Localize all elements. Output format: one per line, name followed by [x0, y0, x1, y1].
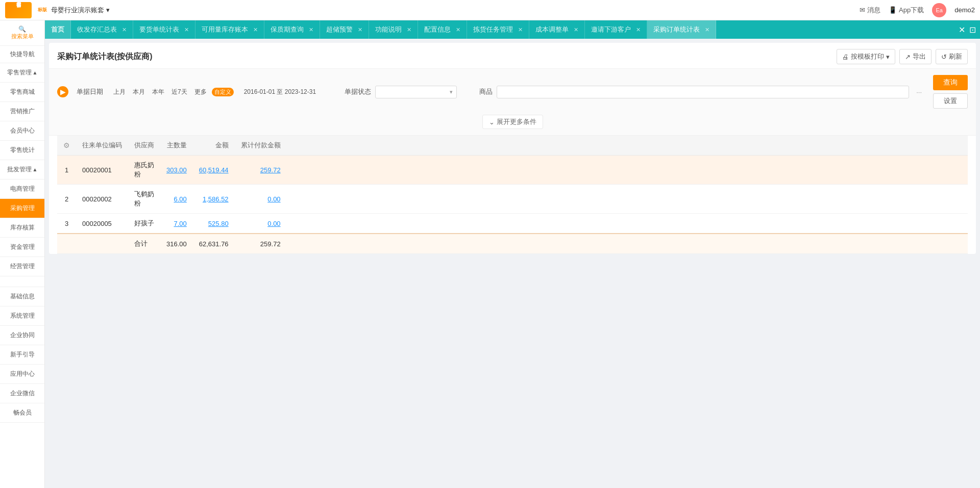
- sidebar-item-basic-info[interactable]: [0, 276, 44, 287]
- status-select-wrapper: [375, 86, 457, 98]
- sidebar-item-retail-mall[interactable]: 零售商城: [0, 83, 44, 102]
- refresh-icon: ↺: [941, 53, 947, 61]
- col-amount: 金额: [193, 136, 235, 156]
- tab-close-icon11[interactable]: ✕: [705, 27, 709, 33]
- tab-close-icon10[interactable]: ✕: [636, 27, 641, 33]
- main-layout: 🔍 搜索菜单 快捷导航 零售管理 ▲ 零售商城 营销推广 会员中心 零售统计 批…: [0, 20, 980, 488]
- dropdown-icon: ▾: [886, 53, 890, 61]
- col-settings: ⚙: [57, 136, 76, 156]
- page-header: 采购订单统计表(按供应商) 🖨 按模板打印 ▾ ↗ 导出 ↺: [49, 43, 976, 69]
- quantity-link[interactable]: 303.00: [166, 166, 187, 174]
- sidebar-item-wholesale[interactable]: 批发管理 ▲: [0, 160, 44, 179]
- amount-link[interactable]: 525.80: [208, 220, 229, 227]
- restore-tab-icon[interactable]: ⊡: [969, 25, 976, 35]
- sidebar-item-member[interactable]: 畅会员: [0, 403, 44, 423]
- column-settings-icon[interactable]: ⚙: [63, 141, 70, 149]
- sidebar-item-system-mgmt[interactable]: 系统管理: [0, 306, 44, 326]
- message-btn[interactable]: ✉ 消息: [860, 6, 880, 15]
- table-row: 3 00020005 好孩子 7.00 525.80 0.00: [57, 214, 968, 234]
- paid-link[interactable]: 259.72: [260, 166, 281, 174]
- col-code: 往来单位编码: [76, 136, 128, 156]
- sidebar-item-collab[interactable]: 企业协同: [0, 326, 44, 345]
- expand-more-button[interactable]: ⌄ 展开更多条件: [482, 115, 543, 129]
- table-footer-row: 合计 316.00 62,631.76 259.72: [57, 234, 968, 254]
- sidebar: 🔍 搜索菜单 快捷导航 零售管理 ▲ 零售商城 营销推广 会员中心 零售统计 批…: [0, 20, 45, 488]
- paid-link[interactable]: 0.00: [267, 195, 280, 203]
- logo-sub: 标版: [38, 8, 47, 12]
- tab-close-icon4[interactable]: ✕: [309, 27, 313, 33]
- sidebar-item-business[interactable]: 经营管理: [0, 257, 44, 276]
- shortcut-this-year[interactable]: 本年: [150, 87, 166, 97]
- sidebar-search[interactable]: 🔍 搜索菜单: [0, 20, 44, 46]
- setting-button[interactable]: 设置: [933, 93, 968, 109]
- query-button[interactable]: 查询: [933, 75, 968, 90]
- sidebar-item-member-center[interactable]: 会员中心: [0, 121, 44, 141]
- page-header-actions: 🖨 按模板打印 ▾ ↗ 导出 ↺ 刷新: [837, 49, 968, 64]
- refresh-button[interactable]: ↺ 刷新: [936, 49, 968, 64]
- shortcut-last-month[interactable]: 上月: [111, 87, 128, 97]
- footer-amount: 62,631.76: [193, 234, 235, 254]
- sidebar-item-wechat[interactable]: 企业微信: [0, 384, 44, 403]
- amount-link[interactable]: 60,519.44: [199, 166, 229, 174]
- tab-close-icon2[interactable]: ✕: [184, 27, 189, 33]
- status-select[interactable]: [375, 86, 457, 98]
- tab-close-icon3[interactable]: ✕: [253, 27, 258, 33]
- shortcut-7days[interactable]: 近7天: [169, 87, 189, 97]
- goods-input[interactable]: [497, 86, 909, 98]
- custom-date-badge[interactable]: 自定义: [212, 88, 234, 96]
- shortcut-more[interactable]: 更多: [192, 87, 209, 97]
- tab-overstock-warning[interactable]: 超储预警 ✕: [320, 20, 369, 39]
- paid-link[interactable]: 0.00: [267, 220, 280, 227]
- col-supplier: 供应商: [128, 136, 160, 156]
- workspace-selector[interactable]: 母婴行业演示账套 ▾: [51, 6, 110, 15]
- shortcut-this-month[interactable]: 本月: [131, 87, 147, 97]
- tab-pick-task[interactable]: 拣货任务管理 ✕: [467, 20, 529, 39]
- sidebar-item-guide[interactable]: 新手引导: [0, 345, 44, 365]
- footer-label: 合计: [128, 234, 160, 254]
- export-button[interactable]: ↗ 导出: [899, 49, 932, 64]
- sidebar-item-app-center[interactable]: 应用中心: [0, 365, 44, 384]
- tab-home[interactable]: 首页: [45, 20, 71, 39]
- tab-close-icon5[interactable]: ✕: [358, 27, 362, 33]
- sidebar-item-finance[interactable]: 资金管理: [0, 238, 44, 257]
- print-icon: 🖨: [842, 53, 849, 61]
- sidebar-item-inventory[interactable]: 库存核算: [0, 218, 44, 238]
- amount-link[interactable]: 1,586.52: [203, 195, 229, 203]
- sidebar-item-purchase[interactable]: 采购管理: [0, 199, 44, 218]
- avatar[interactable]: Ea: [932, 3, 946, 17]
- close-tab-icon[interactable]: ✕: [959, 25, 965, 35]
- tab-close-icon[interactable]: ✕: [122, 27, 127, 33]
- status-label: 单据状态: [345, 87, 371, 96]
- tab-receive-summary[interactable]: 收发存汇总表 ✕: [71, 20, 133, 39]
- app-download-btn[interactable]: 📱 App下载: [889, 6, 924, 15]
- toggle-filter-btn[interactable]: ▶: [57, 86, 68, 97]
- tab-cost-adjust[interactable]: 成本调整单 ✕: [529, 20, 585, 39]
- sidebar-item-retail-mgmt[interactable]: 零售管理 ▲: [0, 63, 44, 83]
- col-extra: [287, 136, 968, 156]
- tab-close-icon9[interactable]: ✕: [574, 27, 578, 33]
- quantity-link[interactable]: 6.00: [174, 195, 186, 203]
- tab-close-icon7[interactable]: ✕: [456, 27, 460, 33]
- top-bar: 畅捷通好生意 标版 母婴行业演示账套 ▾ ✉ 消息 📱 App下载 Ea dem…: [0, 0, 980, 20]
- tab-order-stats[interactable]: 要货单统计表 ✕: [133, 20, 195, 39]
- sidebar-item-retail-stats[interactable]: 零售统计: [0, 141, 44, 160]
- more-options-icon[interactable]: ···: [913, 86, 925, 98]
- sidebar-item-marketing[interactable]: 营销推广: [0, 102, 44, 121]
- sidebar-item-system[interactable]: 基础信息: [0, 287, 44, 306]
- top-bar-right: ✉ 消息 📱 App下载 Ea demo2: [860, 3, 975, 17]
- tab-inventory-book[interactable]: 可用量库存账本 ✕: [195, 20, 264, 39]
- tab-invite-customer[interactable]: 邀请下游客户 ✕: [585, 20, 647, 39]
- print-button[interactable]: 🖨 按模板打印 ▾: [837, 49, 895, 64]
- content-area: 首页 收发存汇总表 ✕ 要货单统计表 ✕ 可用量库存账本 ✕ 保质期查询 ✕ 超…: [45, 20, 980, 488]
- sidebar-quick-nav[interactable]: 快捷导航: [0, 46, 44, 63]
- quantity-link[interactable]: 7.00: [174, 220, 186, 227]
- filter-area: ▶ 单据日期 上月 本月 本年 近7天 更多 自定义 2016-01-01 至 …: [49, 69, 976, 136]
- tab-close-icon8[interactable]: ✕: [518, 27, 523, 33]
- chevron-down-icon: ▾: [106, 6, 110, 14]
- tab-expiry-query[interactable]: 保质期查询 ✕: [264, 20, 320, 39]
- tab-function-desc[interactable]: 功能说明 ✕: [369, 20, 418, 39]
- tab-purchase-order-stats[interactable]: 采购订单统计表 ✕: [647, 20, 716, 39]
- tab-close-icon6[interactable]: ✕: [407, 27, 411, 33]
- tab-config-info[interactable]: 配置信息 ✕: [418, 20, 467, 39]
- sidebar-item-ecommerce[interactable]: 电商管理: [0, 179, 44, 199]
